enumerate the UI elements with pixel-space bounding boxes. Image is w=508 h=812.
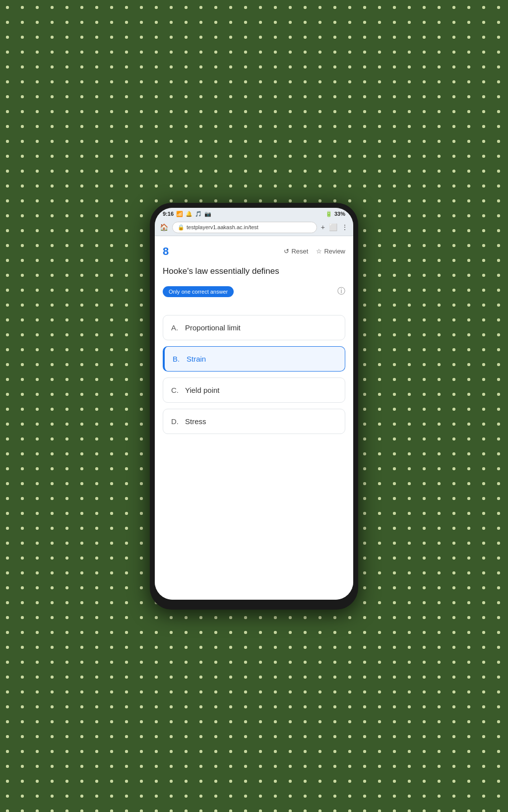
status-right: 🔋 33% bbox=[325, 211, 345, 217]
option-a-text: Proportional limit bbox=[185, 323, 241, 332]
question-text: Hooke's law essentially defines bbox=[163, 265, 345, 278]
menu-button[interactable]: ⋮ bbox=[341, 223, 348, 231]
lock-icon: 🔒 bbox=[178, 224, 185, 231]
review-button[interactable]: ☆ Review bbox=[316, 248, 345, 255]
status-time: 9:16 bbox=[163, 211, 174, 217]
camera-icon: 📷 bbox=[204, 211, 211, 217]
browser-actions: + ⬜ ⋮ bbox=[321, 223, 348, 231]
add-tab-button[interactable]: + bbox=[321, 223, 325, 231]
question-content: 8 ↺ Reset ☆ Review Hooke's law essential… bbox=[155, 236, 353, 600]
option-a-label: A. bbox=[171, 323, 181, 332]
option-d-content: D. Stress bbox=[171, 417, 337, 426]
option-b-text: Strain bbox=[187, 355, 206, 363]
info-icon[interactable]: ⓘ bbox=[337, 286, 345, 297]
option-c[interactable]: C. Yield point bbox=[163, 377, 345, 403]
option-c-content: C. Yield point bbox=[171, 386, 337, 394]
options-container: A. Proportional limit B. Strain C. Yield… bbox=[163, 315, 345, 434]
option-c-label: C. bbox=[171, 386, 181, 394]
option-a-content: A. Proportional limit bbox=[171, 323, 337, 332]
option-d-text: Stress bbox=[185, 417, 206, 426]
battery-percent: 33% bbox=[334, 211, 345, 217]
question-number: 8 bbox=[163, 245, 169, 258]
media-icon: 🎵 bbox=[195, 211, 202, 217]
review-label: Review bbox=[324, 248, 345, 255]
option-b-content: B. Strain bbox=[173, 355, 337, 363]
option-b[interactable]: B. Strain bbox=[163, 346, 345, 372]
browser-bar: 🏠 🔒 testplayerv1.aakash.ac.in/test + ⬜ ⋮ bbox=[155, 219, 353, 236]
option-a[interactable]: A. Proportional limit bbox=[163, 315, 345, 340]
question-actions: ↺ Reset ☆ Review bbox=[284, 248, 345, 255]
option-b-label: B. bbox=[173, 355, 183, 363]
url-bar[interactable]: 🔒 testplayerv1.aakash.ac.in/test bbox=[172, 222, 317, 233]
tabs-button[interactable]: ⬜ bbox=[329, 223, 337, 231]
status-bar: 9:16 📶 🔔 🎵 📷 🔋 33% bbox=[155, 208, 353, 219]
notification-icon: 🔔 bbox=[186, 211, 192, 217]
home-button[interactable]: 🏠 bbox=[160, 223, 168, 231]
question-header: 8 ↺ Reset ☆ Review bbox=[163, 245, 345, 258]
reset-label: Reset bbox=[291, 248, 308, 255]
star-icon: ☆ bbox=[316, 248, 322, 255]
battery-icon: 🔋 bbox=[325, 211, 332, 217]
phone-device: 9:16 📶 🔔 🎵 📷 🔋 33% 🏠 🔒 testplayerv1.aaka… bbox=[150, 203, 358, 610]
option-d-label: D. bbox=[171, 417, 181, 426]
status-left: 9:16 📶 🔔 🎵 📷 bbox=[163, 211, 211, 217]
option-c-text: Yield point bbox=[185, 386, 220, 394]
url-text: testplayerv1.aakash.ac.in/test bbox=[187, 224, 258, 230]
reset-icon: ↺ bbox=[284, 248, 289, 255]
reset-button[interactable]: ↺ Reset bbox=[284, 248, 308, 255]
phone-screen: 9:16 📶 🔔 🎵 📷 🔋 33% 🏠 🔒 testplayerv1.aaka… bbox=[155, 208, 353, 600]
answer-type-badge: Only one correct answer bbox=[163, 286, 234, 297]
option-d[interactable]: D. Stress bbox=[163, 409, 345, 434]
signal-icon: 📶 bbox=[176, 211, 183, 217]
